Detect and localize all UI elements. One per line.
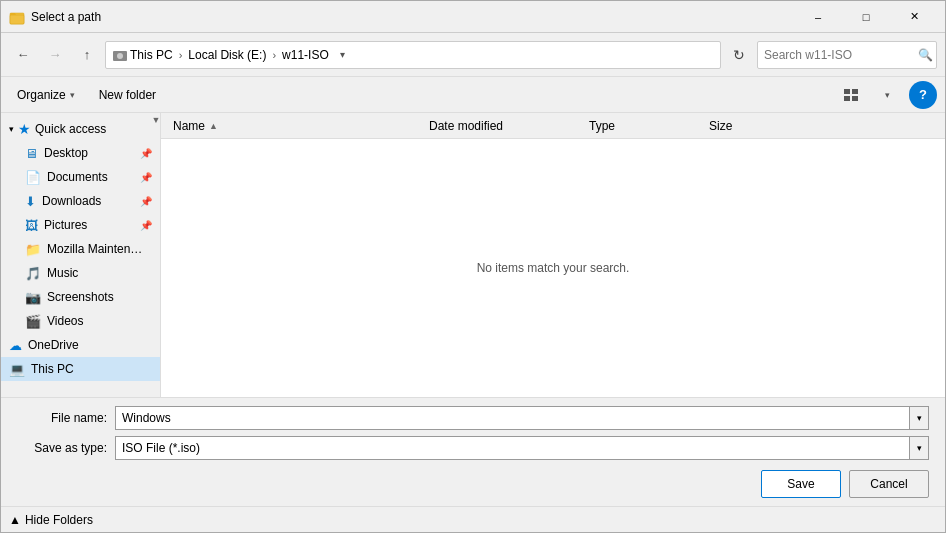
- quick-access-label: Quick access: [35, 122, 106, 136]
- pin-icon-docs: 📌: [140, 172, 152, 183]
- scroll-down-arrow[interactable]: ▼: [152, 113, 160, 127]
- sidebar-item-downloads[interactable]: ⬇ Downloads 📌: [1, 189, 160, 213]
- maximize-button[interactable]: □: [843, 1, 889, 33]
- pin-icon-dl: 📌: [140, 196, 152, 207]
- downloads-icon: ⬇: [25, 194, 36, 209]
- dialog-title: Select a path: [31, 10, 795, 24]
- new-folder-button[interactable]: New folder: [91, 82, 164, 108]
- back-button[interactable]: ←: [9, 41, 37, 69]
- column-size[interactable]: Size: [701, 119, 801, 133]
- svg-rect-6: [844, 96, 850, 101]
- save-button[interactable]: Save: [761, 470, 841, 498]
- file-name-combo: ▾: [115, 406, 929, 430]
- quick-access-chevron-icon: ▾: [9, 124, 14, 134]
- main-content: ▲ ▾ ★ Quick access 🖥 Desktop 📌 📄 Documen…: [1, 113, 945, 397]
- svg-rect-1: [10, 15, 24, 24]
- organize-chevron-icon: ▾: [70, 90, 75, 100]
- select-path-dialog: Select a path – □ ✕ ← → ↑ This PC › Loca…: [0, 0, 946, 533]
- hide-folders-chevron-icon: ▲: [9, 513, 21, 527]
- save-as-type-select[interactable]: ISO File (*.iso) All Files (*.*): [115, 436, 909, 460]
- mozilla-folder-icon: 📁: [25, 242, 41, 257]
- refresh-button[interactable]: ↻: [725, 41, 753, 69]
- forward-button[interactable]: →: [41, 41, 69, 69]
- hide-folders-button[interactable]: ▲ Hide Folders: [9, 513, 93, 527]
- action-row: Save Cancel: [17, 466, 929, 498]
- command-bar: Organize ▾ New folder ▾ ?: [1, 77, 945, 113]
- file-name-label: File name:: [17, 411, 107, 425]
- sidebar-quick-access-header[interactable]: ▾ ★ Quick access: [1, 117, 160, 141]
- column-type[interactable]: Type: [581, 119, 701, 133]
- search-icon: 🔍: [918, 48, 933, 62]
- sidebar-item-music[interactable]: 🎵 Music: [1, 261, 160, 285]
- organize-button[interactable]: Organize ▾: [9, 82, 83, 108]
- save-as-type-label: Save as type:: [17, 441, 107, 455]
- sort-arrow-icon: ▲: [209, 121, 218, 131]
- up-button[interactable]: ↑: [73, 41, 101, 69]
- breadcrumb-w11-iso[interactable]: w11-ISO: [282, 48, 329, 62]
- column-header: Name ▲ Date modified Type Size: [161, 113, 945, 139]
- screenshots-icon: 📷: [25, 290, 41, 305]
- save-type-dropdown-button[interactable]: ▾: [909, 436, 929, 460]
- quick-access-star-icon: ★: [18, 121, 31, 137]
- view-button[interactable]: [837, 81, 865, 109]
- breadcrumb-sep-1: ›: [179, 49, 183, 61]
- title-bar: Select a path – □ ✕: [1, 1, 945, 33]
- videos-icon: 🎬: [25, 314, 41, 329]
- svg-rect-4: [844, 89, 850, 94]
- documents-icon: 📄: [25, 170, 41, 185]
- sidebar-item-onedrive[interactable]: ☁ OneDrive: [1, 333, 160, 357]
- onedrive-icon: ☁: [9, 338, 22, 353]
- dialog-icon: [9, 9, 25, 25]
- pin-icon-pic: 📌: [140, 220, 152, 231]
- file-name-row: File name: ▾: [17, 406, 929, 430]
- svg-rect-5: [852, 89, 858, 94]
- hide-folders-bar: ▲ Hide Folders: [1, 506, 945, 532]
- breadcrumb-sep-2: ›: [272, 49, 276, 61]
- svg-point-3: [117, 53, 123, 59]
- bottom-bar: File name: ▾ Save as type: ISO File (*.i…: [1, 397, 945, 506]
- file-area: Name ▲ Date modified Type Size No items …: [161, 113, 945, 397]
- desktop-icon: 🖥: [25, 146, 38, 161]
- pictures-icon: 🖼: [25, 218, 38, 233]
- minimize-button[interactable]: –: [795, 1, 841, 33]
- address-bar[interactable]: This PC › Local Disk (E:) › w11-ISO ▾: [105, 41, 721, 69]
- file-name-dropdown-button[interactable]: ▾: [909, 406, 929, 430]
- breadcrumb-this-pc[interactable]: This PC: [112, 47, 173, 63]
- sidebar: ▲ ▾ ★ Quick access 🖥 Desktop 📌 📄 Documen…: [1, 113, 161, 397]
- sidebar-item-mozilla[interactable]: 📁 Mozilla Mainten…: [1, 237, 160, 261]
- close-button[interactable]: ✕: [891, 1, 937, 33]
- column-name[interactable]: Name ▲: [161, 119, 421, 133]
- search-input[interactable]: [764, 48, 914, 62]
- sidebar-item-documents[interactable]: 📄 Documents 📌: [1, 165, 160, 189]
- sidebar-item-screenshots[interactable]: 📷 Screenshots: [1, 285, 160, 309]
- sidebar-item-this-pc[interactable]: 💻 This PC: [1, 357, 160, 381]
- navigation-toolbar: ← → ↑ This PC › Local Disk (E:) › w11-IS…: [1, 33, 945, 77]
- empty-message: No items match your search.: [477, 261, 630, 275]
- search-box: 🔍: [757, 41, 937, 69]
- sidebar-item-desktop[interactable]: 🖥 Desktop 📌: [1, 141, 160, 165]
- this-pc-icon: 💻: [9, 362, 25, 377]
- file-name-input[interactable]: [115, 406, 909, 430]
- sidebar-item-videos[interactable]: 🎬 Videos: [1, 309, 160, 333]
- view-dropdown-button[interactable]: ▾: [873, 81, 901, 109]
- svg-rect-7: [852, 96, 858, 101]
- column-date-modified[interactable]: Date modified: [421, 119, 581, 133]
- sidebar-item-pictures[interactable]: 🖼 Pictures 📌: [1, 213, 160, 237]
- file-list-body: No items match your search.: [161, 139, 945, 397]
- cancel-button[interactable]: Cancel: [849, 470, 929, 498]
- pin-icon: 📌: [140, 148, 152, 159]
- music-icon: 🎵: [25, 266, 41, 281]
- save-as-type-combo: ISO File (*.iso) All Files (*.*) ▾: [115, 436, 929, 460]
- breadcrumb-local-disk[interactable]: Local Disk (E:): [188, 48, 266, 62]
- window-controls: – □ ✕: [795, 1, 937, 33]
- address-dropdown-button[interactable]: ▾: [333, 43, 353, 67]
- save-as-type-row: Save as type: ISO File (*.iso) All Files…: [17, 436, 929, 460]
- sidebar-scroll-down-indicator: ▼: [152, 113, 160, 127]
- help-button[interactable]: ?: [909, 81, 937, 109]
